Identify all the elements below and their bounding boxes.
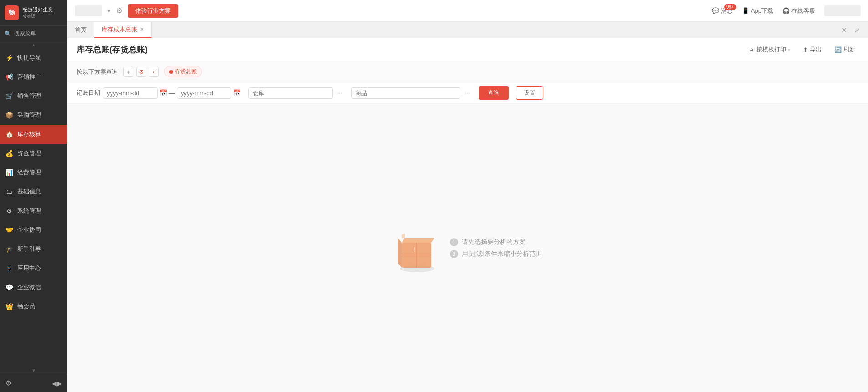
query-button[interactable]: 查询 — [479, 86, 509, 100]
refresh-label: 刷新 — [843, 46, 855, 54]
warehouse-more-icon[interactable]: ··· — [336, 90, 344, 96]
tab-home-label: 首页 — [75, 26, 87, 34]
sidebar-item-purchase[interactable]: 📦 采购管理 — [0, 106, 67, 125]
purchase-icon: 📦 — [5, 111, 14, 120]
tab-home[interactable]: 首页 — [67, 22, 94, 38]
sidebar-item-sales[interactable]: 🛒 销售管理 — [0, 87, 67, 106]
sidebar-item-label: 快捷导航 — [17, 54, 41, 62]
print-button[interactable]: 🖨 按模板打印 ▾ — [745, 44, 794, 56]
refresh-button[interactable]: 🔄 刷新 — [831, 44, 859, 56]
print-icon: 🖨 — [749, 46, 755, 53]
hint-num-1: 1 — [450, 238, 458, 246]
sidebar-item-guide[interactable]: 🎓 新手引导 — [0, 239, 67, 259]
export-icon: ⬆ — [803, 46, 808, 53]
sidebar-toggle-icon[interactable]: ◀▶ — [52, 380, 62, 387]
page-header: 库存总账(存货总账) 🖨 按模板打印 ▾ ⬆ 导出 🔄 刷新 — [67, 38, 868, 61]
empty-illustration: ! — [393, 225, 439, 271]
goods-more-icon[interactable]: ··· — [463, 90, 471, 96]
sidebar-settings-icon[interactable]: ⚙ — [5, 379, 12, 387]
goods-filter-field: ··· — [351, 87, 471, 99]
calendar-start-icon[interactable]: 📅 — [159, 89, 167, 97]
empty-hint-2: 2 用[过滤]条件来缩小分析范围 — [450, 250, 542, 258]
topbar-settings-icon[interactable]: ⚙ — [116, 6, 123, 15]
export-button[interactable]: ⬆ 导出 — [799, 44, 825, 56]
search-icon: 🔍 — [5, 31, 11, 37]
tab-inventory-ledger[interactable]: 库存成本总账 ✕ — [94, 22, 152, 38]
panel-expand-button[interactable]: ⤢ — [852, 25, 863, 35]
export-label: 导出 — [810, 46, 822, 54]
scheme-label: 存货总账 — [175, 68, 197, 76]
topbar-dropdown-icon[interactable]: ▾ — [107, 7, 111, 14]
page-title: 库存总账(存货总账) — [77, 44, 148, 55]
topbar-logo-placeholder — [75, 5, 102, 16]
sidebar-scroll-down[interactable]: ▼ — [31, 368, 36, 373]
messages-btn[interactable]: 💬 消息 99+ — [712, 7, 733, 15]
print-label: 按模板打印 — [756, 46, 786, 54]
sidebar-item-quick-nav[interactable]: ⚡ 快捷导航 — [0, 48, 67, 67]
operations-icon: 📊 — [5, 168, 14, 177]
sidebar-item-label: 畅会员 — [17, 302, 35, 311]
sidebar: 畅 畅捷通好生意 标准版 🔍 搜索菜单 ▲ ⚡ 快捷导航 📢 营销推广 🛒 销售… — [0, 0, 67, 392]
filter-row: 记账日期 📅 — 📅 ··· ··· 查询 设 — [67, 82, 868, 104]
filter-bar: 按以下方案查询 + ⚙ ‹ 存货总账 — [67, 61, 868, 82]
sidebar-item-appcenter[interactable]: 📱 应用中心 — [0, 259, 67, 278]
svg-marker-2 — [402, 238, 434, 243]
filter-collapse-button[interactable]: ‹ — [149, 67, 159, 77]
sidebar-item-system[interactable]: ⚙ 系统管理 — [0, 201, 67, 220]
user-avatar[interactable] — [824, 5, 861, 16]
tabs-bar: 首页 库存成本总账 ✕ ✕ ⤢ — [67, 22, 868, 38]
warehouse-input[interactable] — [248, 87, 333, 99]
date-end-input[interactable] — [177, 87, 231, 99]
system-icon: ⚙ — [5, 206, 14, 215]
calendar-end-icon[interactable]: 📅 — [233, 89, 241, 97]
svg-text:!: ! — [414, 246, 415, 253]
sidebar-item-label: 企业协同 — [17, 226, 41, 234]
topbar-left: ▾ ⚙ 体验行业方案 — [75, 4, 178, 18]
empty-content: ! 1 请先选择要分析的方案 2 用[过滤]条件来缩小分析范围 — [393, 225, 542, 271]
scheme-dot — [169, 70, 173, 74]
sidebar-item-label: 系统管理 — [17, 207, 41, 215]
sidebar-item-wechat[interactable]: 💬 企业微信 — [0, 278, 67, 297]
sidebar-item-member[interactable]: 👑 畅会员 — [0, 297, 67, 316]
sidebar-item-basic[interactable]: 🗂 基础信息 — [0, 182, 67, 201]
tab-close-icon[interactable]: ✕ — [140, 26, 144, 32]
sidebar-footer: ⚙ ◀▶ — [0, 374, 67, 392]
date-start-input[interactable] — [103, 87, 158, 99]
sidebar-item-inventory[interactable]: 🏠 库存核算 — [0, 125, 67, 144]
headset-icon: 🎧 — [782, 7, 790, 14]
online-service-btn[interactable]: 🎧 在线客服 — [782, 7, 815, 15]
main-area: ▾ ⚙ 体验行业方案 💬 消息 99+ 📱 App下载 🎧 在线客服 首页 — [67, 0, 868, 392]
finance-icon: 💰 — [5, 149, 14, 158]
sidebar-item-finance[interactable]: 💰 资金管理 — [0, 144, 67, 163]
svg-marker-7 — [402, 234, 405, 238]
marketing-icon: 📢 — [5, 72, 14, 81]
panel-close-button[interactable]: ✕ — [839, 25, 850, 35]
refresh-icon: 🔄 — [834, 46, 842, 53]
filter-add-button[interactable]: + — [123, 67, 133, 77]
sidebar-search-label: 搜索菜单 — [14, 30, 36, 37]
filter-actions: + ⚙ ‹ — [123, 67, 159, 77]
goods-input[interactable] — [351, 87, 460, 99]
filter-settings-button[interactable]: ⚙ — [136, 67, 146, 77]
message-icon: 💬 — [712, 7, 719, 14]
app-download-btn[interactable]: 📱 App下载 — [742, 7, 773, 15]
sidebar-item-label: 采购管理 — [17, 111, 41, 119]
quick-nav-icon: ⚡ — [5, 53, 14, 62]
appcenter-icon: 📱 — [5, 264, 14, 273]
sidebar-item-cooperation[interactable]: 🤝 企业协同 — [0, 220, 67, 239]
settings-button[interactable]: 设置 — [516, 86, 543, 100]
member-icon: 👑 — [5, 302, 14, 311]
hint-text-1: 请先选择要分析的方案 — [462, 238, 526, 246]
hint-text-2: 用[过滤]条件来缩小分析范围 — [462, 250, 542, 258]
sidebar-logo: 畅 畅捷通好生意 标准版 — [0, 0, 67, 26]
filter-scheme-item[interactable]: 存货总账 — [164, 66, 202, 77]
sidebar-item-label: 销售管理 — [17, 92, 41, 100]
sidebar-item-operations[interactable]: 📊 经营管理 — [0, 163, 67, 182]
sidebar-item-marketing[interactable]: 📢 营销推广 — [0, 67, 67, 87]
wechat-icon: 💬 — [5, 283, 14, 292]
sidebar-scroll-up[interactable]: ▲ — [31, 42, 36, 47]
page-header-actions: 🖨 按模板打印 ▾ ⬆ 导出 🔄 刷新 — [745, 44, 859, 56]
scheme-button[interactable]: 体验行业方案 — [128, 4, 178, 18]
sidebar-search[interactable]: 🔍 搜索菜单 — [0, 26, 67, 41]
page-content: 库存总账(存货总账) 🖨 按模板打印 ▾ ⬆ 导出 🔄 刷新 按以下方案查询 — [67, 38, 868, 392]
